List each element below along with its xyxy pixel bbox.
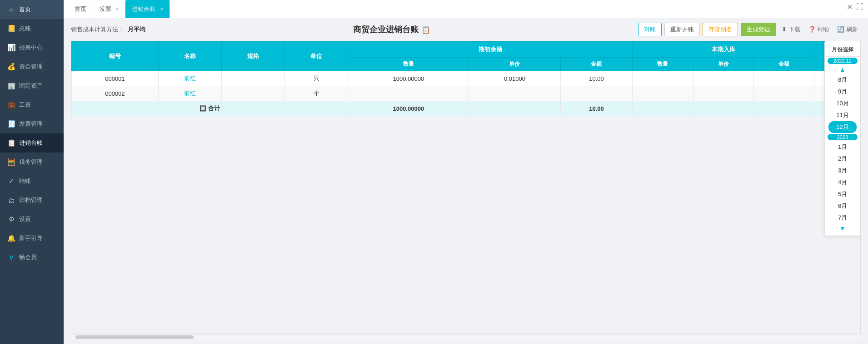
total-label-cell: 🔲 合计 [72,101,348,116]
generate-button[interactable]: 生成凭证 [741,23,776,36]
month-2023-4[interactable]: 4月 [825,177,860,188]
sidebar-label-ledger: 总账 [19,25,31,33]
page-title-icon: 📋 [421,25,430,34]
window-controls: ✕ ⛶ [847,3,863,11]
col-code: 编号 [72,42,159,71]
content-area: 销售成本计算方法： 月平均 商贸企业进销台账 📋 对账 重新开账 存货别名 生成… [64,18,868,344]
month-9[interactable]: 9月 [825,86,860,98]
total-text: 合计 [208,104,220,113]
maximize-button[interactable]: ⛶ [856,3,863,11]
cell-unit: 只 [285,71,348,86]
reports-icon: 📊 [7,44,15,52]
cost-method-value: 月平均 [128,25,145,34]
col-opening-amount: 金额 [560,58,633,71]
sidebar-label-checkout: 结账 [19,177,31,185]
horizontal-scrollbar[interactable] [71,334,861,339]
cell-inbound-qty [633,86,693,101]
refresh-icon: 🔄 [837,26,844,33]
data-table: 编号 名称 规格 单位 期初余额 本期入库 数 数量 单价 金额 数 [71,41,860,116]
month-2023-7[interactable]: 7月 [825,212,860,224]
sidebar-item-salary[interactable]: 💼 工资 [0,95,64,114]
tab-invoice-close[interactable]: × [116,6,119,12]
main-area: ✕ ⛶ 首页 发票 × 进销台账 × 销售成本计算方法： 月平均 商贸企业进销台… [64,0,868,344]
sidebar-item-purchase-sale[interactable]: 📋 进销台账 [0,133,64,152]
download-icon: ⬇ [782,26,787,33]
total-inbound-qty [633,101,693,116]
sidebar-item-checkout[interactable]: ✓ 结账 [0,172,64,191]
refresh-button[interactable]: 🔄 刷新 [834,24,861,35]
sidebar-label-salary: 工资 [19,101,31,109]
tab-purchase-sale-label: 进销台账 [132,5,155,13]
sidebar-label-reports: 报表中心 [19,44,43,52]
scroll-thumb[interactable] [75,335,194,339]
month-2023-1[interactable]: 1月 [825,141,860,153]
tab-invoice[interactable]: 发票 × [93,0,125,18]
reopen-button[interactable]: 重新开账 [664,23,700,36]
sidebar-item-finance[interactable]: 💰 资金管理 [0,57,64,76]
sidebar-item-reports[interactable]: 📊 报表中心 [0,38,64,57]
purchase-sale-icon: 📋 [7,139,15,147]
sidebar-item-ledger[interactable]: 📒 总账 [0,19,64,38]
tab-home[interactable]: 首页 [68,0,93,18]
member-icon: V [7,254,15,261]
month-panel: 月份选择 2022.12 ▲ 8月 9月 10月 11月 12月 2023 1月… [824,41,861,236]
close-button[interactable]: ✕ [847,3,853,11]
month-11[interactable]: 11月 [825,109,860,121]
table-group-header-row: 编号 名称 规格 单位 期初余额 本期入库 数 [72,42,860,58]
cell-opening-price: 0.01000 [469,71,560,86]
cell-opening-amount: 10.00 [560,71,633,86]
total-opening-amount: 10.00 [560,101,633,116]
col-inbound-qty: 数量 [633,58,693,71]
salary-icon: 💼 [7,101,15,109]
table-row: 000002 前红 个 [72,86,860,101]
home-icon: ⌂ [7,6,15,14]
month-8[interactable]: 8月 [825,74,860,86]
cell-unit: 个 [285,86,348,101]
help-button[interactable]: ❓ 帮助 [806,24,832,35]
tab-invoice-label: 发票 [100,5,111,13]
table-total-row: 🔲 合计 1000.00000 10.00 [72,101,860,116]
sidebar-label-archive: 归档管理 [19,196,43,204]
cell-name: 前红 [158,71,221,86]
checkout-icon: ✓ [7,177,15,185]
settings-icon: ⚙ [7,215,15,223]
sidebar-item-archive[interactable]: 🗂 归档管理 [0,191,64,210]
sidebar-item-home[interactable]: ⌂ 首页 [0,0,64,19]
download-label: 下载 [788,26,800,33]
month-2023-6[interactable]: 6月 [825,200,860,212]
month-10[interactable]: 10月 [825,98,860,109]
download-button[interactable]: ⬇ 下载 [779,24,803,35]
tab-purchase-sale[interactable]: 进销台账 × [125,0,170,18]
sidebar-item-tax[interactable]: 🧮 税务管理 [0,152,64,172]
sidebar-item-assets[interactable]: 🏢 固定资产 [0,76,64,95]
sidebar-label-tax: 税务管理 [19,158,43,166]
cell-opening-qty [348,86,469,101]
month-panel-title: 月份选择 [825,44,860,57]
tab-purchase-sale-close[interactable]: × [160,6,163,12]
cell-code: 000001 [72,71,159,86]
month-2023-2[interactable]: 2月 [825,153,860,165]
col-inbound-price: 单价 [693,58,753,71]
month-2023-3[interactable]: 3月 [825,165,860,177]
sidebar-label-home: 首页 [19,5,31,14]
header-row: 销售成本计算方法： 月平均 商贸企业进销台账 📋 对账 重新开账 存货别名 生成… [71,23,861,36]
sidebar-item-member[interactable]: V 畅会员 [0,248,64,267]
sidebar-label-settings: 设置 [19,215,31,223]
sidebar-label-purchase-sale: 进销台账 [19,139,43,147]
save-alias-button[interactable]: 存货别名 [703,23,738,36]
sidebar-item-guide[interactable]: 🔔 新手引导 [0,229,64,248]
cost-method: 销售成本计算方法： 月平均 [71,25,145,34]
scroll-up-button[interactable]: ▲ [825,65,860,74]
month-12[interactable]: 12月 [828,121,857,133]
sidebar-item-invoice-mgmt[interactable]: 🧾 发票管理 [0,114,64,133]
scroll-down-button[interactable]: ▼ [825,224,860,233]
total-opening-price [469,101,560,116]
month-2023-5[interactable]: 5月 [825,188,860,200]
cell-opening-price [469,86,560,101]
reconcile-button[interactable]: 对账 [638,23,662,36]
total-inbound-price [693,101,753,116]
cell-inbound-price [693,71,753,86]
col-name: 名称 [158,42,221,71]
sidebar-item-settings[interactable]: ⚙ 设置 [0,210,64,229]
table-body: 000001 前红 只 1000.00000 0.01000 10.00 000… [72,71,860,116]
